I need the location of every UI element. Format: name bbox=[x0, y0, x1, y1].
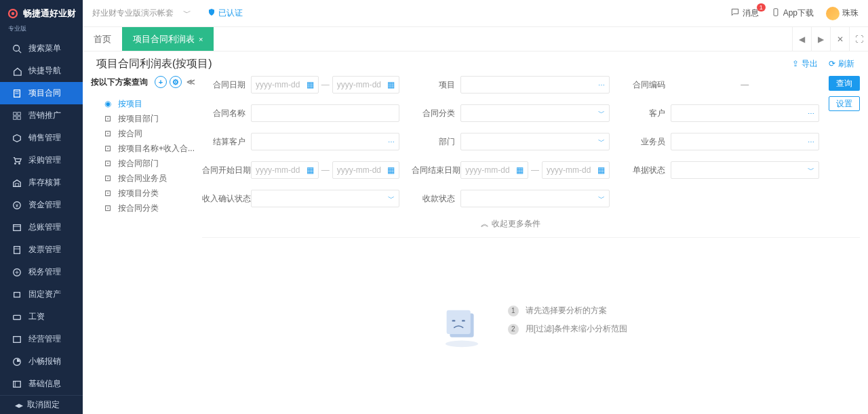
coin-icon: ¥ bbox=[12, 201, 22, 210]
org-selector[interactable]: 好业财专业版演示帐套 ﹀ bbox=[92, 7, 191, 19]
user-menu[interactable]: 珠珠 bbox=[826, 7, 859, 20]
scheme-item-3[interactable]: ⊡按项目名称+收入合... bbox=[91, 141, 197, 156]
sidebar-item-0[interactable]: 搜索菜单 bbox=[0, 37, 83, 60]
sidebar-item-4[interactable]: 销售管理 bbox=[0, 127, 83, 149]
contract-start-to[interactable]: yyyy-mm-dd▦ bbox=[332, 161, 400, 179]
fullscreen-button[interactable]: ⛶ bbox=[849, 27, 868, 51]
salesman-input[interactable]: ⋯ bbox=[671, 133, 819, 150]
empty-illustration bbox=[435, 296, 489, 350]
label-contract-name: 合同名称 bbox=[202, 108, 245, 119]
income-status-input[interactable]: ﹀ bbox=[251, 190, 399, 207]
sidebar-item-label: 固定资产 bbox=[28, 289, 61, 300]
sidebar-item-13[interactable]: 经营管理 bbox=[0, 328, 83, 350]
salary-icon bbox=[12, 312, 22, 322]
scheme-icon: ⊡ bbox=[103, 144, 113, 153]
sidebar-item-10[interactable]: 税务管理 bbox=[0, 261, 83, 283]
sidebar-item-8[interactable]: 总账管理 bbox=[0, 216, 83, 239]
scheme-icon: ◉ bbox=[103, 99, 113, 108]
sidebar-item-1[interactable]: 快捷导航 bbox=[0, 60, 83, 82]
contract-end-from[interactable]: yyyy-mm-dd▦ bbox=[460, 161, 528, 179]
brand-edition: 专业版 bbox=[0, 24, 83, 33]
date-placeholder: yyyy-mm-dd bbox=[547, 165, 591, 175]
date-dash: — bbox=[531, 165, 539, 175]
sidebar-item-label: 搜索菜单 bbox=[28, 43, 61, 54]
tab-close-all-button[interactable]: ✕ bbox=[830, 27, 849, 51]
tab-close-icon[interactable]: × bbox=[199, 35, 203, 43]
scheme-item-label: 按合同业务员 bbox=[118, 173, 167, 184]
date-placeholder: yyyy-mm-dd bbox=[256, 165, 300, 175]
sidebar-item-9[interactable]: 发票管理 bbox=[0, 239, 83, 261]
tab-home[interactable]: 首页 bbox=[83, 27, 122, 51]
receipt-status-input[interactable]: ﹀ bbox=[460, 190, 609, 207]
step-text: 请先选择要分析的方案 bbox=[526, 305, 607, 316]
calendar-icon: ▦ bbox=[387, 80, 395, 89]
sidebar-item-12[interactable]: 工资 bbox=[0, 306, 83, 328]
label-contract-date: 合同日期 bbox=[202, 79, 245, 91]
project-input[interactable]: ⋯ bbox=[460, 76, 609, 94]
step-number: 2 bbox=[508, 324, 519, 335]
scheme-item-1[interactable]: ⊡按项目部门 bbox=[91, 111, 197, 126]
sidebar-item-3[interactable]: 营销推广 bbox=[0, 104, 83, 127]
scheme-item-4[interactable]: ⊡按合同部门 bbox=[91, 156, 197, 171]
scheme-collapse-button[interactable]: ≪ bbox=[184, 76, 197, 88]
collapse-filters-button[interactable]: ︽ 收起更多条件 bbox=[202, 218, 819, 230]
sidebar-item-7[interactable]: ¥资金管理 bbox=[0, 194, 83, 216]
department-input[interactable]: ﹀ bbox=[460, 133, 609, 150]
customer-input[interactable]: ⋯ bbox=[671, 104, 819, 122]
cart-icon bbox=[12, 156, 22, 165]
svg-rect-28 bbox=[774, 9, 778, 16]
scheme-item-7[interactable]: ⊡按合同分类 bbox=[91, 201, 197, 215]
refresh-button[interactable]: ⟳ 刷新 bbox=[829, 58, 854, 70]
unpin-label: 取消固定 bbox=[27, 399, 60, 411]
brand-name: 畅捷通好业财 bbox=[23, 7, 76, 20]
sidebar-item-label: 快捷导航 bbox=[28, 65, 61, 77]
sidebar-item-15[interactable]: 基础信息 bbox=[0, 373, 83, 395]
unpin-button[interactable]: ◂▸ 取消固定 bbox=[0, 395, 83, 414]
export-button[interactable]: ⇪ 导出 bbox=[792, 58, 818, 70]
contract-date-to[interactable]: yyyy-mm-dd▦ bbox=[332, 76, 400, 94]
scheme-item-2[interactable]: ⊡按合同 bbox=[91, 126, 197, 141]
step-number: 1 bbox=[508, 306, 519, 316]
report-icon bbox=[12, 357, 22, 367]
tab-profit-report[interactable]: 项目合同利润表 × bbox=[122, 27, 214, 51]
scheme-item-0[interactable]: ◉按项目 bbox=[91, 96, 197, 111]
brand-logo: 畅捷通好业财 bbox=[0, 0, 83, 27]
ledger-icon bbox=[12, 223, 22, 232]
contract-name-input[interactable] bbox=[251, 104, 399, 122]
label-settle-customer: 结算客户 bbox=[202, 136, 245, 148]
sidebar-item-2[interactable]: 项目合同 bbox=[0, 82, 83, 104]
chevron-down-icon: ﹀ bbox=[598, 108, 605, 118]
scheme-add-button[interactable]: + bbox=[155, 76, 167, 88]
scheme-settings-button[interactable]: ⚙ bbox=[170, 76, 182, 88]
app-download-button[interactable]: App下载 bbox=[771, 7, 814, 19]
chevron-down-icon: ﹀ bbox=[598, 137, 605, 146]
contract-cat-input[interactable]: ﹀ bbox=[460, 104, 609, 122]
label-bill-status: 单据状态 bbox=[622, 165, 665, 176]
scheme-item-5[interactable]: ⊡按合同业务员 bbox=[91, 171, 197, 186]
contract-end-to[interactable]: yyyy-mm-dd▦ bbox=[542, 161, 610, 179]
bill-status-input[interactable]: ﹀ bbox=[671, 161, 819, 179]
svg-rect-23 bbox=[14, 336, 21, 342]
svg-point-12 bbox=[18, 163, 20, 165]
sidebar-item-11[interactable]: 固定资产 bbox=[0, 283, 83, 306]
warehouse-icon bbox=[12, 178, 22, 188]
sidebar-item-5[interactable]: 采购管理 bbox=[0, 149, 83, 171]
scheme-header: 按以下方案查询 + ⚙ ≪ bbox=[91, 76, 197, 88]
sidebar-item-6[interactable]: 库存核算 bbox=[0, 171, 83, 194]
scheme-item-6[interactable]: ⊡按项目分类 bbox=[91, 186, 197, 201]
svg-point-29 bbox=[446, 341, 478, 348]
tab-prev-button[interactable]: ◀ bbox=[792, 27, 811, 51]
messages-button[interactable]: 消息 1 bbox=[730, 7, 759, 19]
calendar-icon: ▦ bbox=[516, 165, 524, 175]
scheme-item-label: 按合同部门 bbox=[118, 158, 159, 169]
settle-customer-input[interactable]: ⋯ bbox=[251, 133, 399, 150]
app-download-label: App下载 bbox=[783, 7, 814, 19]
scheme-item-label: 按项目分类 bbox=[118, 188, 159, 199]
contract-start-from[interactable]: yyyy-mm-dd▦ bbox=[251, 161, 319, 179]
tab-next-button[interactable]: ▶ bbox=[811, 27, 830, 51]
scheme-icon: ⊡ bbox=[103, 203, 113, 213]
sidebar-item-14[interactable]: 小畅报销 bbox=[0, 350, 83, 373]
contract-date-from[interactable]: yyyy-mm-dd▦ bbox=[251, 76, 319, 94]
top-header: 好业财专业版演示帐套 ﹀ 已认证 消息 1 App下载 珠珠 bbox=[83, 0, 868, 27]
filter-form: 合同日期 yyyy-mm-dd▦ — yyyy-mm-dd▦ 项目 ⋯ 合同编码… bbox=[202, 76, 860, 230]
